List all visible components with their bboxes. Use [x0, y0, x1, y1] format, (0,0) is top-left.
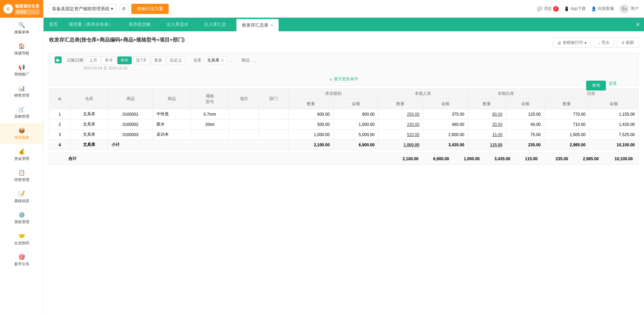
this-month-btn[interactable]: 本月	[102, 56, 116, 64]
custom-btn[interactable]: 自定义	[167, 56, 185, 64]
row-close-amt: 1,420.00	[589, 119, 639, 130]
sidebar-item-quick-nav[interactable]: 🏠快捷导航	[0, 39, 43, 60]
recent7-btn[interactable]: 近7天	[133, 56, 150, 64]
spec-col-header: 规格型号	[191, 89, 229, 109]
tab-inout-summary[interactable]: 出入库汇总✕	[199, 18, 236, 31]
filter-bar: ▶ 记账日期 上月 本月 本年 近7天 更多 自定义 仓库	[49, 53, 639, 86]
row-out-amt: 40.00	[506, 119, 544, 130]
subtotal-open-qty: 2,100.00	[288, 140, 333, 150]
sidebar-item-search[interactable]: 🔍搜索菜单	[0, 18, 43, 39]
row-warehouse: 文具库	[70, 130, 108, 140]
out-qty-header: 数量	[468, 99, 506, 109]
sidebar-item-basic[interactable]: 📝基础信息	[0, 186, 43, 208]
page-content: 收发存汇总表(按仓库+商品编码+商品+规格型号+项目+部门) 🖨 按模板打印 ▾…	[44, 31, 644, 314]
warehouse-tag-value: 文具库	[207, 57, 219, 63]
expand-conditions-btn[interactable]: ∨ 展开更多条件	[329, 76, 358, 82]
user-action[interactable]: Ea 用户	[620, 4, 639, 14]
last-month-btn[interactable]: 上月	[86, 56, 100, 64]
settings-link[interactable]: 设置	[609, 81, 617, 90]
row-open-qty: 600.00	[288, 109, 333, 119]
system-title-dropdown[interactable]: 装备及固定资产辅助管理系统 ▾	[49, 4, 116, 14]
row-open-amt: 900.00	[333, 109, 378, 119]
tab-close-stock-dist[interactable]: ✕	[115, 23, 118, 27]
trial-button[interactable]: 体验行业方案	[131, 4, 169, 14]
row-name: 中性笔	[153, 109, 191, 119]
tab-recv-send[interactable]: 收发存汇总表✕	[236, 19, 279, 31]
online-service-action[interactable]: 👤 在线客服	[591, 6, 614, 12]
tab-label-home: 首页	[49, 21, 58, 28]
sidebar-item-finance[interactable]: 💰资金管理	[0, 144, 43, 165]
tab-label-batch: 库存批次账	[129, 21, 151, 28]
subtotal-out-amt: 235.00	[506, 140, 544, 150]
tab-stock-dist[interactable]: 现存量（库存分布表）✕	[63, 18, 123, 31]
row-no: 2	[49, 119, 70, 130]
more-btn[interactable]: 更多	[151, 56, 165, 64]
warehouse-tag-close[interactable]: ✕	[221, 58, 224, 63]
row-dept	[259, 130, 288, 140]
warehouse-more[interactable]: ...	[230, 58, 233, 63]
dropdown-arrow-icon: ▾	[111, 6, 113, 11]
row-out-amt: 75.00	[506, 130, 544, 140]
sidebar-item-inventory[interactable]: 📦库存核算	[0, 123, 43, 144]
tab-close-inout-summary[interactable]: ✕	[228, 23, 231, 27]
row-out-qty: 80.00	[468, 109, 506, 119]
sidebar-item-label-quick-nav: 快捷导航	[14, 51, 29, 56]
subtotal-label: 小计	[108, 140, 288, 150]
marketing-icon: 📢	[18, 64, 25, 70]
row-dept	[259, 119, 288, 130]
settings-button[interactable]: ⚙	[119, 4, 129, 14]
filter-collapse-button[interactable]: ▶	[55, 56, 62, 63]
row-spec: 0.7mm	[191, 109, 229, 119]
sidebar-item-marketing[interactable]: 📢营销推广	[0, 60, 43, 81]
row-warehouse: 文具库	[70, 119, 108, 130]
in-amt-header: 金额	[423, 99, 468, 109]
row-close-qty: 710.00	[544, 119, 589, 130]
dept-col-header: 部门	[259, 89, 288, 109]
row-project	[229, 130, 259, 140]
row-open-qty: 1,000.00	[288, 130, 333, 140]
tab-close-batch[interactable]: ✕	[153, 23, 155, 27]
tab-bar-close-all[interactable]: ✕	[631, 21, 644, 28]
sidebar-item-corp[interactable]: 🤝企业协同	[0, 229, 43, 250]
row-no: 1	[49, 109, 70, 119]
opening-group-header: 库存期初	[288, 89, 378, 99]
top-header: 装备及固定资产辅助管理系统 ▾ ⚙ 体验行业方案 💬 消息 6 📱 App下载 …	[44, 0, 644, 18]
total-row: 合计 2,100.00 6,900.00 1,000.00 3,435.00 1…	[49, 153, 639, 165]
goods-more[interactable]: ...	[252, 58, 256, 63]
tab-home[interactable]: 首页	[44, 18, 63, 31]
sidebar-item-sales[interactable]: 📊销售管理	[0, 81, 43, 102]
refresh-button[interactable]: ↺ 刷新	[617, 38, 639, 48]
tab-close-recv-send[interactable]: ✕	[270, 23, 273, 27]
row-out-qty: 15.00	[468, 130, 506, 140]
this-year-btn[interactable]: 本年	[117, 56, 132, 64]
sidebar-item-guide[interactable]: 🎯新手引导	[0, 250, 43, 271]
in-qty-header: 数量	[378, 99, 423, 109]
close-qty-header: 数量	[544, 99, 589, 109]
search-icon: 🔍	[18, 22, 25, 28]
data-table: ⚙ 仓库 商品 商品 规格型号 项目 部门 库存期初 本期入库 本期出库 结存 …	[49, 88, 639, 150]
out-amt-header: 金额	[506, 99, 544, 109]
query-button[interactable]: 查询	[586, 81, 606, 90]
row-in-amt: 375.00	[423, 109, 468, 119]
row-open-amt: 1,000.00	[333, 119, 378, 130]
row-name: 胶水	[153, 119, 191, 130]
tab-label-inout-flow: 出入库流水	[166, 21, 188, 28]
row-in-qty: 230.00	[378, 119, 423, 130]
message-badge: 6	[553, 6, 559, 12]
export-button[interactable]: ↓ 导出	[594, 38, 614, 48]
tab-inout-flow[interactable]: 出入库流水✕	[161, 18, 199, 31]
tab-close-inout-flow[interactable]: ✕	[191, 23, 193, 27]
sidebar-item-system[interactable]: ⚙️系统管理	[0, 208, 43, 229]
sidebar-item-label-basic: 基础信息	[14, 198, 29, 203]
row-close-qty: 770.00	[544, 109, 589, 119]
print-button[interactable]: 🖨 按模板打印 ▾	[553, 38, 591, 48]
sidebar-item-label-purchase: 采购管理	[14, 114, 29, 119]
message-action[interactable]: 💬 消息 6	[537, 6, 559, 12]
basic-icon: 📝	[18, 191, 25, 197]
tab-batch[interactable]: 库存批次账✕	[123, 18, 161, 31]
row-code: 0100001	[108, 109, 153, 119]
sidebar-item-operations[interactable]: 📋经营管理	[0, 165, 43, 186]
sidebar-item-purchase[interactable]: 🛒采购管理	[0, 102, 43, 123]
tab-label-inout-summary: 出入库汇总	[204, 21, 226, 28]
app-download-action[interactable]: 📱 App下载	[564, 6, 586, 12]
